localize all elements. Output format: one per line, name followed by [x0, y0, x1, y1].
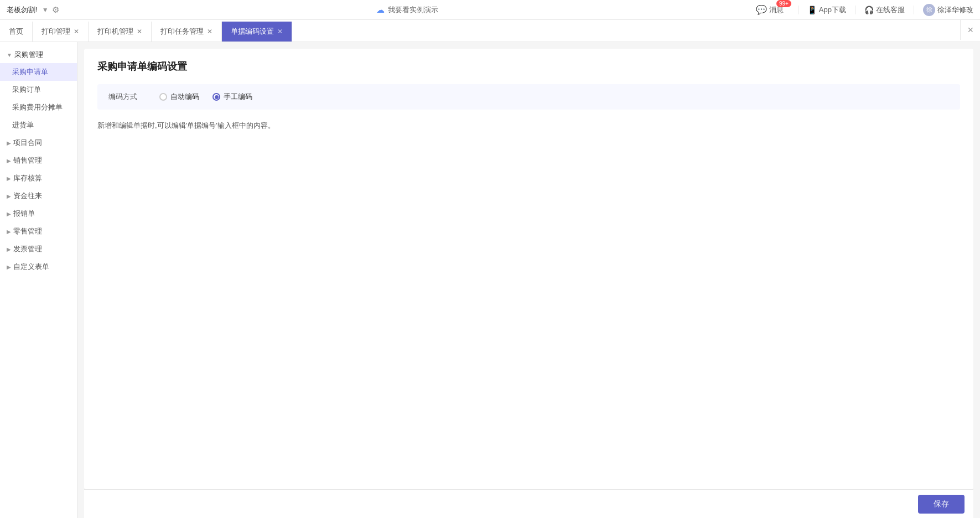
sidebar-item-incoming-label: 进货单	[12, 121, 34, 129]
app-download-label: App下载	[819, 5, 846, 15]
tab-encoding-settings-label: 单据编码设置	[231, 27, 274, 37]
tab-printer-manage-label: 打印机管理	[97, 27, 133, 37]
tab-printer-manage[interactable]: 打印机管理 ✕	[89, 22, 152, 42]
content-inner: 采购申请单编码设置 编码方式 自动编码 手工编码 新增和编辑单据时,可以编辑'单…	[84, 49, 973, 489]
arrow-right-capital: ▶	[7, 193, 11, 199]
radio-manual-label: 手工编码	[224, 92, 252, 102]
headset-icon: 🎧	[864, 6, 874, 14]
tab-print-task-label: 打印任务管理	[160, 27, 204, 37]
content-area: 采购申请单编码设置 编码方式 自动编码 手工编码 新增和编辑单据时,可以编辑'单…	[77, 42, 980, 518]
arrow-right-retail: ▶	[7, 229, 11, 235]
top-bar-left: 老板勿割! ▼ ⚙	[7, 5, 59, 15]
sidebar-group-sales[interactable]: ▶ 销售管理	[0, 152, 77, 169]
top-bar-title: 老板勿割!	[7, 5, 38, 15]
app-download-btn[interactable]: 📱 App下载	[807, 5, 846, 15]
cloud-icon: ☁	[376, 5, 385, 15]
radio-auto-circle	[159, 93, 167, 101]
footer-bar: 保存	[84, 489, 973, 518]
divider3	[914, 6, 914, 14]
user-btn[interactable]: 徐 徐泽华修改	[923, 4, 973, 16]
hint-text: 新增和编辑单据时,可以编辑'单据编号'输入框中的内容。	[97, 121, 960, 131]
tab-home[interactable]: 首页	[0, 22, 33, 42]
avatar: 徐	[923, 4, 935, 16]
sidebar-item-purchase-order[interactable]: 采购订单	[0, 81, 77, 99]
sidebar-group-retail-label: 零售管理	[13, 226, 42, 236]
tab-home-label: 首页	[9, 27, 23, 37]
sidebar-group-inventory-label: 库存核算	[13, 173, 42, 183]
main-layout: ▼ 采购管理 采购申请单 采购订单 采购费用分摊单 进货单 ▶ 项目合同 ▶ 销…	[0, 42, 980, 518]
sidebar-item-purchase-request[interactable]: 采购申请单	[0, 63, 77, 81]
arrow-right-custom: ▶	[7, 264, 11, 270]
radio-auto-encoding[interactable]: 自动编码	[159, 92, 199, 102]
sidebar: ▼ 采购管理 采购申请单 采购订单 采购费用分摊单 进货单 ▶ 项目合同 ▶ 销…	[0, 42, 77, 518]
gear-icon[interactable]: ⚙	[52, 5, 59, 15]
chevron-down-icon[interactable]: ▼	[42, 6, 49, 14]
sidebar-group-custom-label: 自定义表单	[13, 262, 49, 272]
sidebar-group-purchase[interactable]: ▼ 采购管理	[0, 46, 77, 63]
sidebar-item-incoming[interactable]: 进货单	[0, 116, 77, 134]
divider	[798, 6, 798, 14]
sidebar-group-expense[interactable]: ▶ 报销单	[0, 205, 77, 222]
page-title: 采购申请单编码设置	[97, 60, 960, 73]
sidebar-group-retail[interactable]: ▶ 零售管理	[0, 222, 77, 240]
service-btn[interactable]: 🎧 在线客服	[864, 5, 905, 15]
arrow-right-sales: ▶	[7, 158, 11, 164]
tab-encoding-settings-close[interactable]: ✕	[277, 28, 283, 35]
service-label: 在线客服	[876, 5, 905, 15]
sidebar-group-purchase-label: 采购管理	[14, 50, 43, 60]
tab-encoding-settings[interactable]: 单据编码设置 ✕	[222, 22, 292, 42]
message-btn[interactable]: 💬 消息 99+	[756, 4, 784, 15]
demo-text: 我要看实例演示	[388, 5, 438, 15]
sidebar-group-expense-label: 报销单	[13, 209, 35, 219]
tab-print-manage[interactable]: 打印管理 ✕	[33, 22, 89, 42]
sidebar-item-purchase-request-label: 采购申请单	[12, 68, 48, 76]
collapse-arrow-purchase: ▼	[7, 52, 12, 58]
arrow-right-inventory: ▶	[7, 175, 11, 182]
sidebar-group-invoice[interactable]: ▶ 发票管理	[0, 240, 77, 258]
radio-group-encoding: 自动编码 手工编码	[159, 92, 252, 102]
encoding-section: 编码方式 自动编码 手工编码	[97, 84, 960, 110]
message-badge: 99+	[776, 0, 791, 7]
tab-bar: 首页 打印管理 ✕ 打印机管理 ✕ 打印任务管理 ✕ 单据编码设置 ✕ ✕	[0, 20, 980, 42]
sidebar-group-inventory[interactable]: ▶ 库存核算	[0, 169, 77, 187]
sidebar-group-project-label: 项目合同	[13, 138, 42, 148]
sidebar-item-purchase-order-label: 采购订单	[12, 85, 41, 94]
sidebar-group-custom[interactable]: ▶ 自定义表单	[0, 258, 77, 276]
sidebar-group-capital[interactable]: ▶ 资金往来	[0, 187, 77, 205]
demo-link[interactable]: ☁ 我要看实例演示	[376, 5, 438, 15]
sidebar-group-invoice-label: 发票管理	[13, 244, 42, 254]
arrow-right-expense: ▶	[7, 211, 11, 217]
app-icon: 📱	[807, 6, 817, 14]
arrow-right-project: ▶	[7, 140, 11, 146]
radio-auto-label: 自动编码	[170, 92, 199, 102]
top-bar: 老板勿割! ▼ ⚙ ☁ 我要看实例演示 💬 消息 99+ 📱 App下载 🎧 在…	[0, 0, 980, 20]
top-bar-right: 💬 消息 99+ 📱 App下载 🎧 在线客服 徐 徐泽华修改	[756, 4, 973, 16]
tab-print-manage-close[interactable]: ✕	[74, 28, 79, 35]
sidebar-group-project[interactable]: ▶ 项目合同	[0, 134, 77, 152]
encoding-label: 编码方式	[108, 92, 137, 102]
close-all-tabs-btn[interactable]: ✕	[960, 20, 980, 40]
sidebar-group-capital-label: 资金往来	[13, 191, 42, 201]
sidebar-item-purchase-expense[interactable]: 采购费用分摊单	[0, 99, 77, 116]
save-button[interactable]: 保存	[918, 495, 965, 514]
radio-manual-encoding[interactable]: 手工编码	[212, 92, 252, 102]
divider2	[855, 6, 855, 14]
sidebar-item-purchase-expense-label: 采购费用分摊单	[12, 103, 63, 111]
tab-print-task-close[interactable]: ✕	[207, 28, 212, 35]
radio-manual-circle	[212, 93, 220, 101]
arrow-right-invoice: ▶	[7, 246, 11, 252]
tab-print-task[interactable]: 打印任务管理 ✕	[152, 22, 222, 42]
top-bar-icons: ▼ ⚙	[42, 5, 59, 15]
tab-printer-manage-close[interactable]: ✕	[137, 28, 142, 35]
sidebar-group-sales-label: 销售管理	[13, 156, 42, 165]
user-name: 徐泽华修改	[937, 5, 973, 15]
tab-print-manage-label: 打印管理	[42, 27, 70, 37]
message-icon: 💬	[756, 4, 767, 15]
